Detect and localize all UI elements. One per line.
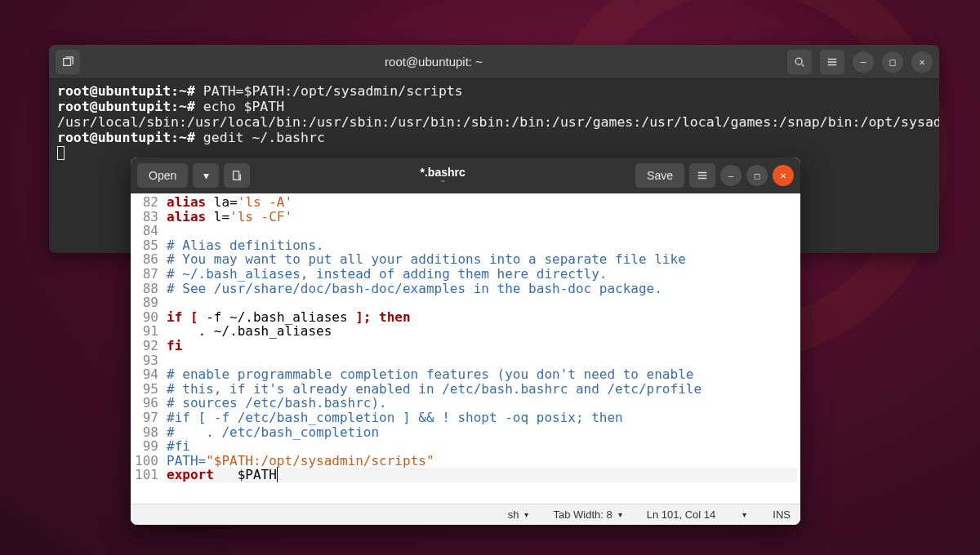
line-number: 88 (131, 282, 158, 296)
close-button[interactable]: ✕ (911, 51, 933, 73)
line-number: 90 (131, 310, 158, 325)
code-line[interactable]: # sources /etc/bash.bashrc). (167, 396, 797, 411)
terminal-line-1: PATH=$PATH:/opt/sysadmin/scripts (195, 83, 463, 99)
line-number: 86 (131, 252, 158, 267)
hamburger-menu-icon[interactable] (820, 50, 844, 74)
line-number: 93 (131, 353, 158, 368)
terminal-titlebar: root@ubuntupit: ~ – □ ✕ (49, 45, 939, 79)
line-number: 83 (131, 210, 158, 224)
code-line[interactable]: # this, if it's already enabled in /etc/… (167, 382, 797, 397)
line-number: 95 (131, 382, 158, 397)
code-line[interactable]: alias l='ls -CF' (167, 210, 797, 224)
code-line[interactable]: . ~/.bash_aliases (167, 324, 797, 339)
line-number-gutter: 8283848586878889909192939495969798991001… (131, 193, 163, 504)
search-icon[interactable] (787, 50, 812, 74)
line-number: 91 (131, 324, 158, 339)
hamburger-menu-icon[interactable] (689, 163, 715, 188)
editor-area[interactable]: 8283848586878889909192939495969798991001… (131, 193, 800, 504)
new-tab-icon[interactable] (56, 50, 80, 74)
insert-mode[interactable]: INS (773, 508, 791, 521)
close-button[interactable]: ✕ (773, 165, 794, 186)
gedit-window: Open ▾ *.bashrc ~ Save – □ ✕ 82838485868… (131, 158, 800, 525)
code-line[interactable]: export $PATH (167, 468, 797, 482)
code-area[interactable]: alias la='ls -A'alias l='ls -CF' # Alias… (163, 193, 800, 504)
code-line[interactable]: # ~/.bash_aliases, instead of adding the… (167, 267, 797, 282)
code-line[interactable]: alias la='ls -A' (167, 195, 797, 210)
line-number: 98 (131, 425, 158, 440)
line-number: 100 (131, 454, 158, 468)
terminal-line-3: /usr/local/sbin:/usr/local/bin:/usr/sbin… (57, 114, 939, 130)
lang-selector[interactable]: sh (508, 508, 529, 521)
line-number: 84 (131, 224, 158, 238)
maximize-button[interactable]: □ (882, 51, 903, 73)
save-button[interactable]: Save (635, 163, 684, 188)
code-line[interactable]: # . /etc/bash_completion (167, 425, 797, 440)
open-recent-dropdown[interactable]: ▾ (193, 163, 219, 188)
line-number: 96 (131, 396, 158, 411)
line-number: 89 (131, 295, 158, 310)
code-line[interactable]: # Alias definitions. (167, 238, 797, 253)
code-line[interactable] (167, 224, 797, 238)
code-line[interactable]: # You may want to put all your additions… (167, 252, 797, 267)
code-line[interactable] (167, 295, 797, 310)
line-number: 85 (131, 238, 158, 253)
maximize-button[interactable]: □ (746, 165, 768, 186)
line-number: 99 (131, 439, 158, 454)
terminal-prompt: root@ubuntupit:~# (57, 130, 195, 145)
code-line[interactable]: #if [ -f /etc/bash_completion ] && ! sho… (167, 411, 797, 425)
terminal-line-2: echo $PATH (195, 99, 284, 114)
svg-rect-2 (234, 171, 239, 180)
terminal-line-4: gedit ~/.bashrc (195, 130, 325, 145)
code-line[interactable]: # enable programmable completion feature… (167, 367, 797, 382)
code-line[interactable]: # See /usr/share/doc/bash-doc/examples i… (167, 282, 797, 296)
terminal-title: root@ubuntupit: ~ (85, 55, 782, 69)
tabwidth-selector[interactable]: Tab Width: 8 (553, 508, 621, 521)
status-bar: sh Tab Width: 8 Ln 101, Col 14 INS (131, 504, 800, 525)
terminal-prompt: root@ubuntupit:~# (57, 83, 195, 99)
terminal-prompt: root@ubuntupit:~# (57, 99, 195, 114)
cursor-position: Ln 101, Col 14 (647, 508, 716, 521)
svg-rect-0 (64, 58, 71, 65)
code-line[interactable]: fi (167, 339, 797, 353)
gedit-titlebar: Open ▾ *.bashrc ~ Save – □ ✕ (131, 158, 800, 193)
line-number: 87 (131, 267, 158, 282)
code-line[interactable] (167, 353, 797, 368)
gedit-title: *.bashrc ~ (255, 166, 630, 185)
new-document-icon[interactable] (224, 163, 250, 188)
line-number: 97 (131, 411, 158, 425)
code-line[interactable]: #fi (167, 439, 797, 454)
line-number: 94 (131, 367, 158, 382)
minimize-button[interactable]: – (853, 51, 874, 73)
code-line[interactable]: if [ -f ~/.bash_aliases ]; then (167, 310, 797, 325)
minimize-button[interactable]: – (720, 165, 742, 186)
terminal-cursor (57, 146, 65, 160)
line-number: 92 (131, 339, 158, 353)
extra-menu[interactable] (740, 510, 748, 519)
text-cursor (277, 467, 278, 482)
line-number: 101 (131, 468, 158, 482)
svg-point-1 (795, 58, 802, 64)
open-button[interactable]: Open (137, 163, 188, 188)
line-number: 82 (131, 195, 158, 210)
code-line[interactable]: PATH="$PATH:/opt/sysadmin/scripts" (167, 454, 797, 468)
